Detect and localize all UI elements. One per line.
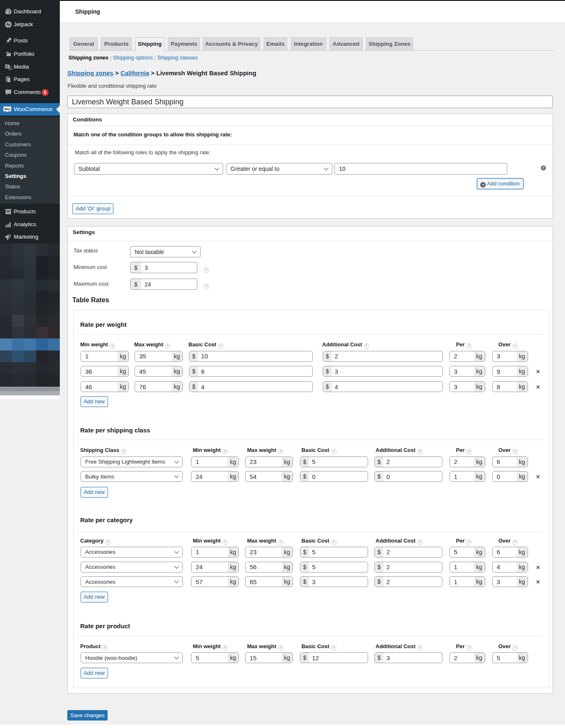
- svg-text:Woo: Woo: [4, 107, 10, 110]
